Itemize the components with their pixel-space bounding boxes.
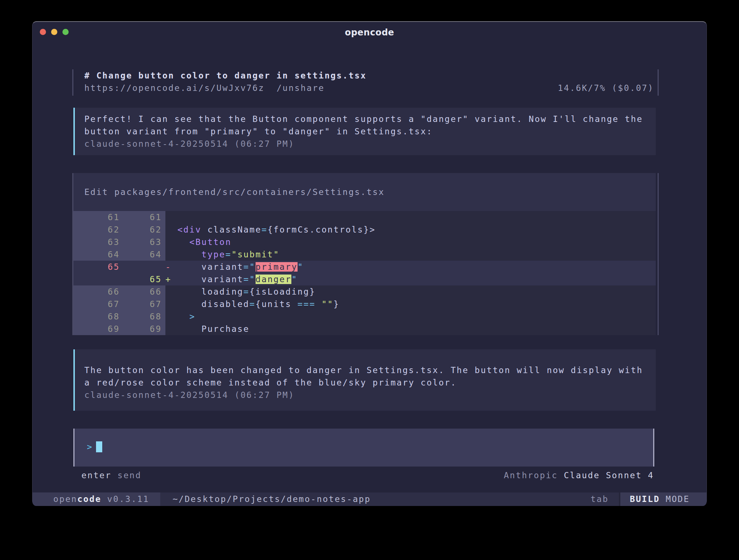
send-hint: send: [118, 471, 142, 480]
prompt-symbol: >: [87, 441, 93, 453]
new-line-number: 66: [120, 285, 162, 298]
diff-row: 6767 disabled={units === ""}: [73, 298, 656, 310]
brand-prefix: open: [53, 494, 77, 504]
header-left-rule: [72, 69, 73, 96]
edited-file-path: packages/frontend/src/containers/Setting…: [114, 187, 384, 197]
session-title: # Change button color to danger in setti…: [84, 69, 654, 82]
text-cursor: [96, 441, 102, 452]
diff-rows: 61616262 <div className={formCs.controls…: [73, 211, 656, 335]
brand-suffix: code: [77, 494, 102, 504]
status-bar: opencodev0.3.11 ~/Desktop/Projects/demo-…: [32, 492, 707, 506]
diff-row: 6666 loading={isLoading}: [73, 285, 656, 298]
new-line-number: 62: [120, 223, 162, 236]
old-line-number: 62: [73, 223, 120, 236]
diff-row: 6363 <Button: [73, 236, 656, 248]
tab-key-hint: tab: [581, 492, 619, 506]
new-line-number: 61: [120, 211, 162, 223]
new-line-number: [120, 261, 162, 273]
model-name: Claude Sonnet 4: [564, 471, 654, 480]
diff-row: 6969 Purchase: [73, 323, 656, 335]
prompt-input[interactable]: [74, 429, 653, 467]
message-text: Perfect! I can see that the Button compo…: [84, 113, 646, 125]
session-header: # Change button color to danger in setti…: [84, 69, 654, 96]
tool-name: Edit: [84, 187, 108, 197]
token-usage: 14.6K/7% ($0.07): [558, 82, 654, 94]
desktop: { "titlebar": { "title": "opencode" }, "…: [0, 0, 739, 560]
diff-row: 6262 <div className={formCs.controls}>: [73, 223, 656, 236]
mode-toggle[interactable]: BUILDMODE: [620, 492, 707, 506]
diff-row: 6161: [73, 211, 656, 223]
old-line-number: 64: [73, 248, 120, 261]
assistant-message: Perfect! I can see that the Button compo…: [73, 108, 656, 155]
diff-code-line: <Button: [165, 236, 231, 248]
hints-row: enter send Anthropic Claude Sonnet 4: [81, 469, 654, 482]
message-text: The button color has been changed to dan…: [84, 364, 646, 376]
edit-tool-panel: Edit packages/frontend/src/containers/Se…: [73, 173, 656, 335]
diff-row: 65+ variant="danger": [73, 273, 656, 285]
new-line-number: 69: [120, 323, 162, 335]
diff-code-line: loading={isLoading}: [165, 285, 315, 298]
new-line-number: 67: [120, 298, 162, 310]
new-line-number: 65: [120, 273, 162, 285]
diff-code-line: type="submit": [165, 248, 280, 261]
new-line-number: 64: [120, 248, 162, 261]
provider-label: Anthropic: [504, 471, 564, 480]
new-line-number: 68: [120, 310, 162, 323]
titlebar: opencode: [32, 22, 707, 42]
app-version: v0.3.11: [107, 494, 149, 504]
old-line-number: 68: [73, 310, 120, 323]
message-text: a red/rose color scheme instead of the b…: [84, 376, 646, 389]
old-line-number: 69: [73, 323, 120, 335]
diff-code-line: disabled={units === ""}: [165, 298, 340, 310]
diff-code-line: + variant="danger": [165, 273, 298, 285]
assistant-message: The button color has been changed to dan…: [73, 349, 656, 411]
enter-key-hint: enter: [81, 471, 111, 480]
mode-primary: BUILD: [630, 494, 660, 504]
message-meta: claude-sonnet-4-20250514 (06:27 PM): [84, 389, 646, 401]
old-line-number: 65: [73, 261, 120, 273]
old-line-number: 63: [73, 236, 120, 248]
share-url-link[interactable]: https://opencode.ai/s/UwJxv76z: [84, 82, 264, 94]
header-right-rule: [658, 69, 659, 96]
diff-code-line: >: [165, 310, 195, 323]
old-line-number: 67: [73, 298, 120, 310]
old-line-number: [73, 273, 120, 285]
panel-right-rule: [658, 173, 659, 335]
old-line-number: 66: [73, 285, 120, 298]
window-title: opencode: [32, 22, 707, 42]
diff-row: 65- variant="primary": [73, 261, 656, 273]
prompt-line: >: [87, 441, 102, 453]
edit-tool-header: Edit packages/frontend/src/containers/Se…: [73, 173, 656, 211]
message-text: button variant from "primary" to "danger…: [84, 125, 646, 138]
mode-secondary: MODE: [666, 494, 690, 504]
model-indicator: Anthropic Claude Sonnet 4: [504, 469, 654, 482]
unshare-action[interactable]: /unshare: [276, 82, 325, 94]
message-meta: claude-sonnet-4-20250514 (06:27 PM): [84, 138, 646, 150]
input-right-rule: [653, 429, 654, 467]
diff-code-line: - variant="primary": [165, 261, 303, 273]
new-line-number: 63: [120, 236, 162, 248]
diff-code-line: <div className={formCs.controls}>: [165, 223, 376, 236]
diff-code-line: Purchase: [165, 323, 249, 335]
diff-row: 6868 >: [73, 310, 656, 323]
app-version-chip: opencodev0.3.11: [32, 492, 160, 506]
opencode-window: opencode # Change button color to danger…: [32, 21, 707, 505]
old-line-number: 61: [73, 211, 120, 223]
diff-row: 6464 type="submit": [73, 248, 656, 261]
working-directory: ~/Desktop/Projects/demo-notes-app: [173, 492, 371, 506]
